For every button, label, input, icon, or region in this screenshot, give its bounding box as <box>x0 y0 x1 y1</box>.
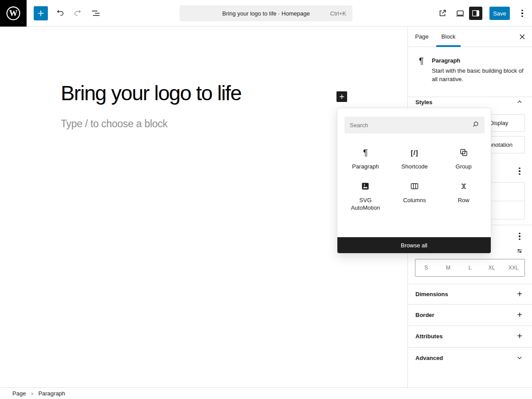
block-card: ¶ Paragraph Start with the basic buildin… <box>408 47 532 97</box>
undo-button[interactable] <box>55 8 66 19</box>
image-icon <box>360 181 371 192</box>
plus-icon: + <box>514 331 525 342</box>
plus-icon <box>35 8 46 19</box>
panel-border[interactable]: Border + <box>408 304 532 325</box>
list-view-icon <box>90 8 101 19</box>
block-search-input[interactable] <box>344 117 485 133</box>
custom-size-settings-button[interactable] <box>514 246 525 256</box>
font-size-l[interactable]: L <box>459 259 481 276</box>
block-option-paragraph[interactable]: ¶ Paragraph <box>341 144 390 170</box>
typography-options-button[interactable] <box>514 231 525 242</box>
row-icon <box>458 181 469 192</box>
browse-all-button[interactable]: Browse all <box>337 237 491 253</box>
columns-icon <box>409 181 420 192</box>
chevron-down-icon <box>514 352 525 363</box>
chevron-up-icon <box>516 98 524 106</box>
kebab-menu-icon <box>521 10 523 17</box>
laptop-icon <box>455 8 466 19</box>
shortcode-icon: [/] <box>411 147 418 158</box>
preview-options-button[interactable] <box>455 8 466 19</box>
font-size-s[interactable]: S <box>415 259 437 276</box>
undo-icon <box>55 8 66 19</box>
styles-collapse-button[interactable] <box>514 97 525 107</box>
block-option-group[interactable]: Group <box>439 144 488 170</box>
quick-block-inserter-popover: ¶ Paragraph [/] Shortcode Group <box>337 108 491 254</box>
svg-text:W: W <box>9 8 18 18</box>
block-option-svg-automotion[interactable]: SVG AutoMotion <box>341 177 390 211</box>
add-block-button[interactable] <box>336 91 347 102</box>
sidebar-panel-icon <box>470 8 481 19</box>
font-size-xl[interactable]: XL <box>481 259 503 276</box>
wordpress-logo[interactable]: W <box>0 0 27 27</box>
chevron-right-icon: › <box>31 391 33 397</box>
color-options-button[interactable] <box>514 166 525 176</box>
block-option-row[interactable]: Row <box>439 177 488 211</box>
close-sidebar-button[interactable] <box>517 31 528 42</box>
plus-icon: + <box>514 309 525 320</box>
redo-icon <box>72 8 83 19</box>
save-button[interactable]: Save <box>489 7 510 20</box>
sidebar-tabs: Page Block <box>408 27 532 47</box>
paragraph-icon: ¶ <box>419 56 424 66</box>
styles-panel-title[interactable]: Styles <box>415 99 432 106</box>
block-option-shortcode[interactable]: [/] Shortcode <box>390 144 439 170</box>
command-shortcut: Ctrl+K <box>330 10 346 17</box>
group-icon <box>458 147 469 158</box>
kebab-menu-icon <box>519 168 520 175</box>
font-size-xxl[interactable]: XXL <box>503 259 524 276</box>
font-size-segmented-control: S M L XL XXL <box>415 259 525 277</box>
block-card-title: Paragraph <box>432 57 460 64</box>
wordpress-logo-icon: W <box>5 5 21 21</box>
breadcrumb-page[interactable]: Page <box>12 390 26 397</box>
block-option-columns[interactable]: Columns <box>390 177 439 211</box>
panel-dimensions[interactable]: Dimensions + <box>408 284 532 304</box>
panel-advanced[interactable]: Advanced <box>408 347 532 368</box>
view-site-button[interactable] <box>437 8 448 19</box>
close-icon <box>517 31 528 42</box>
editor-top-bar: W Bring your logo to life · Homepag <box>0 0 532 27</box>
block-results-grid: ¶ Paragraph [/] Shortcode Group <box>341 144 488 211</box>
redo-button[interactable] <box>72 8 83 19</box>
font-size-m[interactable]: M <box>437 259 459 276</box>
tab-block[interactable]: Block <box>436 27 461 47</box>
options-menu-button[interactable] <box>517 8 528 19</box>
block-card-description: Start with the basic building block of a… <box>432 67 527 84</box>
kebab-menu-icon <box>519 233 520 240</box>
external-link-icon <box>437 8 448 19</box>
paragraph-icon: ¶ <box>363 147 368 158</box>
post-title[interactable]: Bring your logo to life <box>61 81 241 105</box>
block-breadcrumb: Page › Paragraph <box>0 387 532 399</box>
command-center-search[interactable]: Bring your logo to life · Homepage Ctrl+… <box>180 5 352 21</box>
sliders-icon <box>515 246 524 255</box>
breadcrumb-current-block: Paragraph <box>38 390 65 397</box>
empty-block-placeholder[interactable]: Type / to choose a block <box>61 118 168 130</box>
block-inserter-toggle-button[interactable] <box>34 6 48 20</box>
settings-sidebar-toggle-button[interactable] <box>469 7 482 20</box>
panel-attributes[interactable]: Attributes + <box>408 325 532 347</box>
plus-icon <box>337 92 346 101</box>
plus-icon: + <box>514 289 525 299</box>
document-title: Bring your logo to life · Homepage <box>222 10 309 17</box>
search-icon <box>470 119 481 130</box>
tab-page[interactable]: Page <box>410 27 434 47</box>
document-overview-button[interactable] <box>90 8 101 19</box>
